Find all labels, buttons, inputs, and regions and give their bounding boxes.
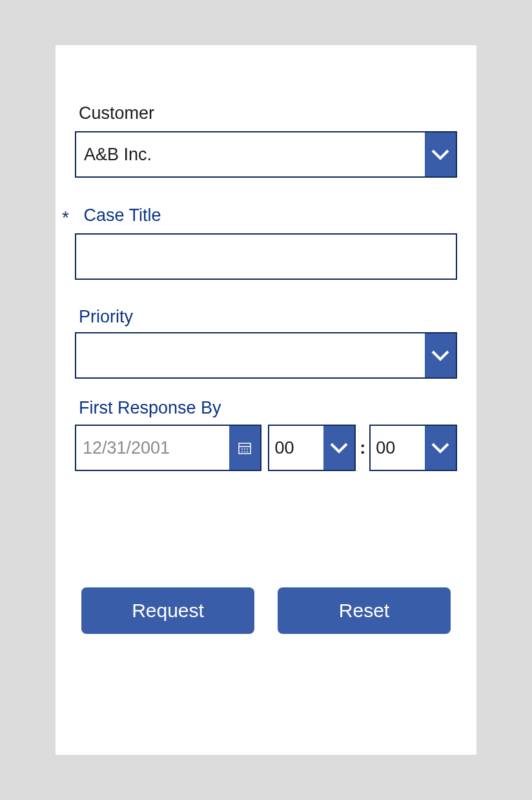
customer-select-trigger[interactable]: [425, 132, 456, 176]
svg-point-6: [244, 451, 245, 452]
priority-select-trigger[interactable]: [425, 333, 456, 377]
chevron-down-icon: [431, 442, 450, 454]
svg-point-3: [244, 448, 245, 450]
priority-select-value: [76, 333, 425, 377]
button-row: Request Reset: [75, 587, 457, 634]
priority-select[interactable]: [75, 332, 457, 379]
date-picker[interactable]: 12/31/2001: [75, 425, 261, 471]
hour-select-trigger[interactable]: [323, 426, 354, 470]
reset-button[interactable]: Reset: [278, 587, 451, 634]
minute-value: 00: [371, 426, 425, 470]
case-title-input[interactable]: [75, 233, 457, 280]
first-response-label: First Response By: [75, 398, 457, 418]
svg-point-5: [241, 451, 243, 452]
svg-point-2: [241, 448, 243, 450]
case-title-label-text: Case Title: [84, 205, 161, 225]
svg-point-4: [247, 448, 248, 450]
chevron-down-icon: [329, 442, 349, 454]
calendar-icon: [238, 441, 252, 455]
case-form-panel: Customer A&B Inc. * Case Title Priority: [56, 45, 476, 755]
date-placeholder: 12/31/2001: [76, 426, 229, 470]
time-separator: :: [360, 438, 365, 458]
minute-select-trigger[interactable]: [425, 426, 456, 470]
customer-field-group: Customer A&B Inc.: [75, 103, 457, 178]
datetime-row: 12/31/2001 00: [75, 425, 457, 471]
hour-value: 00: [269, 426, 323, 470]
chevron-down-icon: [431, 149, 450, 160]
priority-label: Priority: [75, 307, 457, 327]
case-title-label: * Case Title: [75, 205, 457, 226]
customer-select-value: A&B Inc.: [76, 132, 425, 176]
minute-select[interactable]: 00: [369, 425, 457, 471]
chevron-down-icon: [431, 350, 450, 361]
case-title-field-group: * Case Title: [75, 205, 457, 280]
request-button[interactable]: Request: [81, 587, 254, 634]
customer-label: Customer: [75, 103, 457, 123]
date-picker-trigger[interactable]: [229, 426, 260, 470]
priority-field-group: Priority: [75, 307, 457, 379]
hour-select[interactable]: 00: [268, 425, 356, 471]
customer-select[interactable]: A&B Inc.: [75, 131, 457, 178]
first-response-field-group: First Response By 12/31/2001: [75, 398, 457, 471]
svg-point-7: [247, 451, 248, 452]
